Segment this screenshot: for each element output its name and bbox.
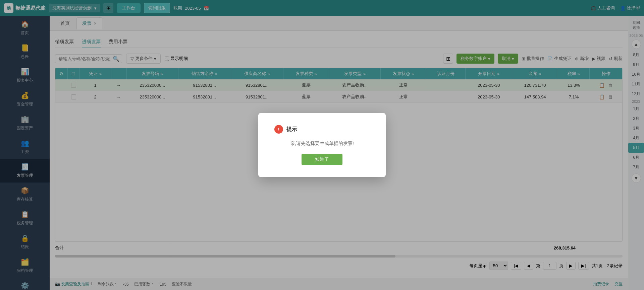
modal-dialog: ! 提示 亲,请先选择要生成单据的发票! 知道了: [258, 113, 386, 177]
modal-warning-icon: !: [274, 125, 283, 134]
modal-title: 提示: [286, 126, 297, 133]
modal-header: ! 提示: [274, 125, 297, 134]
modal-footer: 知道了: [274, 154, 370, 165]
modal-message: 亲,请先选择要生成单据的发票!: [274, 140, 370, 148]
modal-confirm-button[interactable]: 知道了: [302, 154, 342, 165]
